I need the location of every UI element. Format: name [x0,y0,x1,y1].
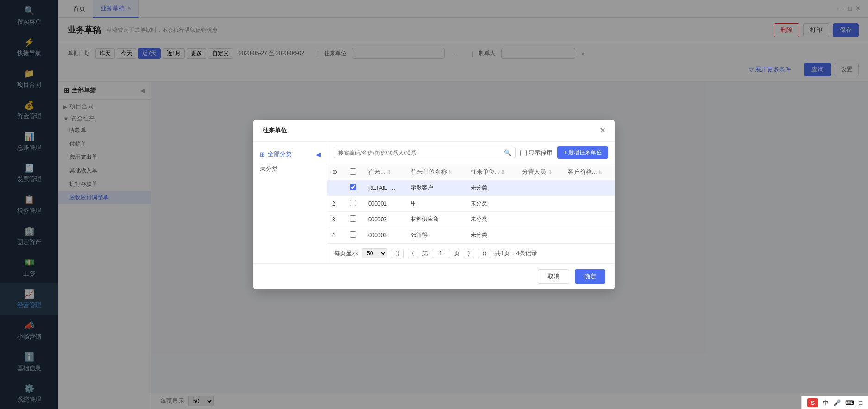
per-page-select[interactable]: 50 10 20 100 [362,248,387,258]
row1-checkbox[interactable] [345,180,364,196]
col-code: 往来... ⇅ [364,164,406,180]
col-manager: 分管人员 ⇅ [517,164,563,180]
mic-icon[interactable]: 🎤 [833,399,841,406]
row4-category: 未分类 [466,227,517,243]
row2-manager [517,196,563,212]
show-disabled-label[interactable]: 显示停用 [520,149,553,157]
show-disabled-text: 显示停用 [528,149,553,157]
dialog-search-icon[interactable]: 🔍 [504,149,511,156]
row1-price [563,180,615,196]
partner-dialog: 往来单位 ✕ ⊞ 全部分类 ◀ 未分类 [253,120,615,289]
row2-select[interactable] [350,200,356,206]
keyboard-icon[interactable]: ⌨ [845,399,854,406]
row4-checkbox[interactable] [345,227,364,243]
col-checkbox [345,164,364,180]
col-category-sort[interactable]: ⇅ [501,170,505,175]
add-partner-button[interactable]: + 新增往来单位 [557,146,608,159]
select-all-checkbox[interactable] [350,168,356,175]
row3-name: 材料供应商 [406,212,466,227]
col-name-label: 往来单位名称 [411,168,447,175]
prev-page-btn[interactable]: ⟨ [408,249,418,258]
dialog-pagination: 每页显示 50 10 20 100 ⟨⟨ ⟨ 第 页 ⟩ ⟩⟩ 共1页，4条记录 [327,243,615,263]
lang-zh-icon[interactable]: 中 [823,399,829,407]
per-page-label: 每页显示 [334,249,358,258]
row3-checkbox[interactable] [345,212,364,227]
row3-code: 000002 [364,212,406,227]
dialog-body: ⊞ 全部分类 ◀ 未分类 🔍 显示停用 [253,142,615,263]
row1-name: 零散客户 [406,180,466,196]
row3-category: 未分类 [466,212,517,227]
row1-select[interactable] [350,184,356,190]
dialog-search-box: 🔍 [334,147,516,158]
dialog-content: 🔍 显示停用 + 新增往来单位 ⚙ [327,142,615,263]
tree-collapse-icon[interactable]: ◀ [316,151,321,158]
dialog-title: 往来单位 [263,126,287,135]
total-records-label: 共1页，4条记录 [495,249,537,258]
page-suffix: 页 [454,249,460,258]
row3-manager [517,212,563,227]
table-row[interactable]: 2 000001 甲 未分类 [327,196,615,212]
next-page-btn[interactable]: ⟩ [464,249,474,258]
dialog-header: 往来单位 ✕ [253,120,615,142]
col-category: 往来单位... ⇅ [466,164,517,180]
row1-category: 未分类 [466,180,517,196]
tree-all-item[interactable]: ⊞ 全部分类 ◀ [253,146,327,162]
row3-select[interactable] [350,215,356,222]
settings-col-icon[interactable]: ⚙ [332,169,338,176]
col-name-sort[interactable]: ⇅ [448,170,452,175]
last-page-btn[interactable]: ⟩⟩ [478,249,491,258]
col-price-label: 客户价格... [568,168,597,175]
col-price-sort[interactable]: ⇅ [598,170,602,175]
row4-name: 张筛得 [406,227,466,243]
page-label: 第 [422,249,428,258]
expand-taskbar-icon[interactable]: □ [859,399,862,406]
current-page-input[interactable] [432,249,450,258]
col-name: 往来单位名称 ⇅ [406,164,466,180]
dialog-search-input[interactable] [338,150,501,156]
col-category-label: 往来单位... [471,168,500,175]
row2-name: 甲 [406,196,466,212]
row1-code: RETAIL_... [364,180,406,196]
brand-icon: S [807,398,818,407]
modal-overlay: 往来单位 ✕ ⊞ 全部分类 ◀ 未分类 [0,0,868,409]
show-disabled-checkbox[interactable] [520,150,527,156]
col-settings: ⚙ [327,164,345,180]
cancel-button[interactable]: 取消 [538,269,569,284]
confirm-button[interactable]: 确定 [575,269,605,284]
row4-price [563,227,615,243]
dialog-actions: 取消 确定 [253,263,615,289]
row4-code: 000003 [364,227,406,243]
tree-all-label: 全部分类 [268,150,292,158]
row2-checkbox[interactable] [345,196,364,212]
dialog-toolbar: 🔍 显示停用 + 新增往来单位 [327,142,615,164]
col-manager-sort[interactable]: ⇅ [548,170,552,175]
col-price: 客户价格... ⇅ [563,164,615,180]
row2-price [563,196,615,212]
taskbar: S 中 🎤 ⌨ □ [801,396,868,409]
col-code-label: 往来... [368,168,385,175]
tree-item-label: 未分类 [260,165,278,172]
dialog-close-btn[interactable]: ✕ [599,126,605,135]
row2-category: 未分类 [466,196,517,212]
table-row[interactable]: 4 000003 张筛得 未分类 [327,227,615,243]
dialog-tree: ⊞ 全部分类 ◀ 未分类 [253,142,327,263]
tree-grid-icon: ⊞ [260,151,265,158]
row2-code: 000001 [364,196,406,212]
tree-item-uncategorized[interactable]: 未分类 [253,162,327,176]
dialog-table: ⚙ 往来... ⇅ 往来单位名称 [327,164,615,243]
row2-settings: 2 [327,196,345,212]
row3-price [563,212,615,227]
first-page-btn[interactable]: ⟨⟨ [391,249,404,258]
dialog-table-wrap: ⚙ 往来... ⇅ 往来单位名称 [327,164,615,243]
row3-settings: 3 [327,212,345,227]
col-code-sort[interactable]: ⇅ [387,170,390,175]
row1-manager [517,180,563,196]
col-manager-label: 分管人员 [522,168,546,175]
row1-settings [327,180,345,196]
row4-select[interactable] [350,231,356,238]
table-row[interactable]: 3 000002 材料供应商 未分类 [327,212,615,227]
row4-manager [517,227,563,243]
row4-settings: 4 [327,227,345,243]
table-row[interactable]: RETAIL_... 零散客户 未分类 [327,180,615,196]
